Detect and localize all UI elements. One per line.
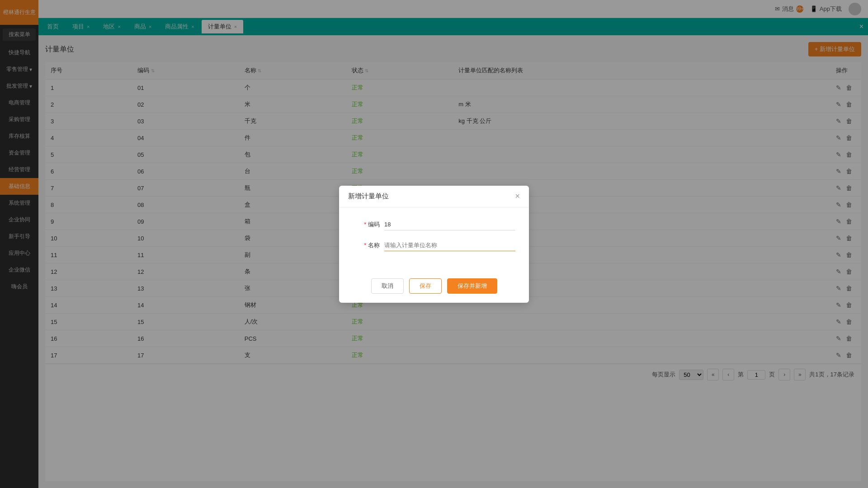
name-form-item: 名称 bbox=[353, 239, 515, 251]
modal-header: 新增计量单位 × bbox=[339, 186, 529, 207]
add-unit-modal: 新增计量单位 × 编码 名称 取消 保存 保存并新增 bbox=[339, 186, 529, 303]
code-label: 编码 bbox=[353, 221, 380, 229]
code-form-item: 编码 bbox=[353, 219, 515, 230]
code-input[interactable] bbox=[384, 219, 515, 230]
save-and-new-button[interactable]: 保存并新增 bbox=[447, 278, 497, 294]
modal-overlay: 新增计量单位 × 编码 名称 取消 保存 保存并新增 bbox=[0, 0, 868, 488]
cancel-button[interactable]: 取消 bbox=[371, 278, 404, 294]
save-button[interactable]: 保存 bbox=[409, 278, 442, 294]
name-label: 名称 bbox=[353, 241, 380, 249]
modal-footer: 取消 保存 保存并新增 bbox=[339, 272, 529, 303]
modal-body: 编码 名称 bbox=[339, 207, 529, 272]
modal-title: 新增计量单位 bbox=[348, 192, 389, 201]
modal-close-button[interactable]: × bbox=[515, 192, 520, 200]
name-input[interactable] bbox=[384, 239, 515, 251]
